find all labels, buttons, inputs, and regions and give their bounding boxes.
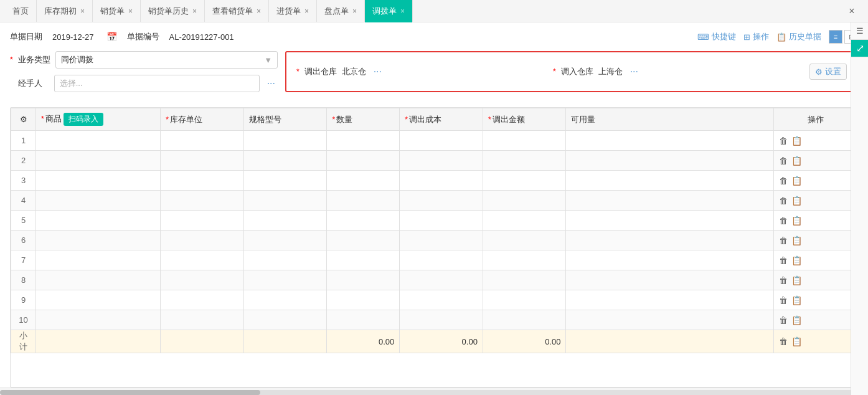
spec-cell[interactable] xyxy=(243,171,327,191)
qty-cell[interactable] xyxy=(327,171,400,191)
product-cell[interactable] xyxy=(36,131,161,151)
spec-cell[interactable] xyxy=(243,290,327,310)
sidebar-list-button[interactable]: ☰ xyxy=(851,22,868,40)
qty-cell[interactable] xyxy=(327,270,400,290)
copy-icon[interactable]: 📋 xyxy=(791,136,802,146)
cost-cell[interactable] xyxy=(400,250,483,270)
delete-icon[interactable]: 🗑 xyxy=(779,255,788,265)
qty-cell[interactable] xyxy=(327,191,400,211)
in-warehouse-ellipsis-button[interactable]: ··· xyxy=(628,66,641,77)
copy-icon[interactable]: 📋 xyxy=(791,336,802,346)
delete-icon[interactable]: 🗑 xyxy=(779,315,788,325)
product-cell[interactable] xyxy=(36,211,161,231)
amount-cell[interactable] xyxy=(483,151,566,171)
product-cell[interactable] xyxy=(36,171,161,191)
delete-icon[interactable]: 🗑 xyxy=(779,136,788,146)
unit-cell[interactable] xyxy=(161,310,244,330)
copy-icon[interactable]: 📋 xyxy=(791,236,802,245)
amount-cell[interactable] xyxy=(483,231,566,250)
calendar-icon[interactable]: 📅 xyxy=(106,32,117,42)
copy-icon[interactable]: 📋 xyxy=(791,255,802,265)
spec-cell[interactable] xyxy=(243,270,327,290)
spec-cell[interactable] xyxy=(243,250,327,270)
amount-cell[interactable] xyxy=(483,171,566,191)
copy-icon[interactable]: 📋 xyxy=(791,315,802,325)
cost-cell[interactable] xyxy=(400,310,483,330)
cost-cell[interactable] xyxy=(400,191,483,211)
handler-input[interactable]: 选择... xyxy=(54,75,260,92)
tab-view-sales-close[interactable]: × xyxy=(257,7,261,16)
amount-cell[interactable] xyxy=(483,250,566,270)
settings-button[interactable]: ⚙ 设置 xyxy=(809,64,847,80)
delete-icon[interactable]: 🗑 xyxy=(779,196,788,206)
tab-initial-stock-close[interactable]: × xyxy=(80,7,85,16)
spec-cell[interactable] xyxy=(243,231,327,250)
cost-cell[interactable] xyxy=(400,151,483,171)
spec-cell[interactable] xyxy=(243,211,327,231)
tab-sales-history[interactable]: 销货单历史 × xyxy=(141,0,205,22)
unit-cell[interactable] xyxy=(161,191,244,211)
table-gear-icon[interactable]: ⚙ xyxy=(20,115,27,124)
tab-sales-order-close[interactable]: × xyxy=(128,7,133,16)
delete-icon[interactable]: 🗑 xyxy=(779,275,788,285)
product-cell[interactable] xyxy=(36,270,161,290)
delete-icon[interactable]: 🗑 xyxy=(779,156,788,166)
amount-cell[interactable] xyxy=(483,211,566,231)
cost-cell[interactable] xyxy=(400,211,483,231)
cost-cell[interactable] xyxy=(400,270,483,290)
unit-cell[interactable] xyxy=(161,250,244,270)
unit-cell[interactable] xyxy=(161,151,244,171)
unit-cell[interactable] xyxy=(161,211,244,231)
operations-button[interactable]: ⊞ 操作 xyxy=(743,31,769,42)
delete-icon[interactable]: 🗑 xyxy=(779,336,788,346)
delete-icon[interactable]: 🗑 xyxy=(779,236,788,245)
qty-cell[interactable] xyxy=(327,310,400,330)
product-cell[interactable] xyxy=(36,231,161,250)
product-cell[interactable] xyxy=(36,250,161,270)
amount-cell[interactable] xyxy=(483,191,566,211)
amount-cell[interactable] xyxy=(483,131,566,151)
qty-cell[interactable] xyxy=(327,231,400,250)
product-cell[interactable] xyxy=(36,310,161,330)
horizontal-scrollbar[interactable] xyxy=(0,388,868,395)
qty-cell[interactable] xyxy=(327,290,400,310)
spec-cell[interactable] xyxy=(243,191,327,211)
history-button[interactable]: 📋 历史单据 xyxy=(776,31,821,42)
copy-icon[interactable]: 📋 xyxy=(791,295,802,305)
scan-input-button[interactable]: 扫码录入 xyxy=(64,113,103,126)
tab-inventory-close[interactable]: × xyxy=(352,7,357,16)
tab-transfer[interactable]: 调拨单 × xyxy=(365,0,413,22)
tab-sales-order[interactable]: 销货单 × xyxy=(93,0,141,22)
tab-purchase-order[interactable]: 进货单 × xyxy=(269,0,317,22)
unit-cell[interactable] xyxy=(161,131,244,151)
spec-cell[interactable] xyxy=(243,310,327,330)
product-cell[interactable] xyxy=(36,290,161,310)
shortcuts-button[interactable]: ⌨ 快捷键 xyxy=(697,31,736,42)
qty-cell[interactable] xyxy=(327,151,400,171)
tab-inventory[interactable]: 盘点单 × xyxy=(317,0,365,22)
copy-icon[interactable]: 📋 xyxy=(791,156,802,166)
cost-cell[interactable] xyxy=(400,290,483,310)
unit-cell[interactable] xyxy=(161,171,244,191)
unit-cell[interactable] xyxy=(161,231,244,250)
spec-cell[interactable] xyxy=(243,151,327,171)
amount-cell[interactable] xyxy=(483,290,566,310)
tab-initial-stock[interactable]: 库存期初 × xyxy=(37,0,93,22)
product-cell[interactable] xyxy=(36,151,161,171)
window-close-button[interactable]: × xyxy=(841,0,863,22)
amount-cell[interactable] xyxy=(483,270,566,290)
tab-home[interactable]: 首页 xyxy=(5,0,37,22)
qty-cell[interactable] xyxy=(327,211,400,231)
cost-cell[interactable] xyxy=(400,131,483,151)
qty-cell[interactable] xyxy=(327,131,400,151)
copy-icon[interactable]: 📋 xyxy=(791,176,802,186)
tab-purchase-order-close[interactable]: × xyxy=(304,7,309,16)
view-toggle-list[interactable]: ≡ xyxy=(829,30,842,44)
tab-transfer-close[interactable]: × xyxy=(400,7,405,16)
out-warehouse-ellipsis-button[interactable]: ··· xyxy=(371,66,384,77)
unit-cell[interactable] xyxy=(161,270,244,290)
tab-sales-history-close[interactable]: × xyxy=(192,7,197,16)
delete-icon[interactable]: 🗑 xyxy=(779,216,788,226)
product-cell[interactable] xyxy=(36,191,161,211)
handler-ellipsis-button[interactable]: ··· xyxy=(265,78,278,89)
